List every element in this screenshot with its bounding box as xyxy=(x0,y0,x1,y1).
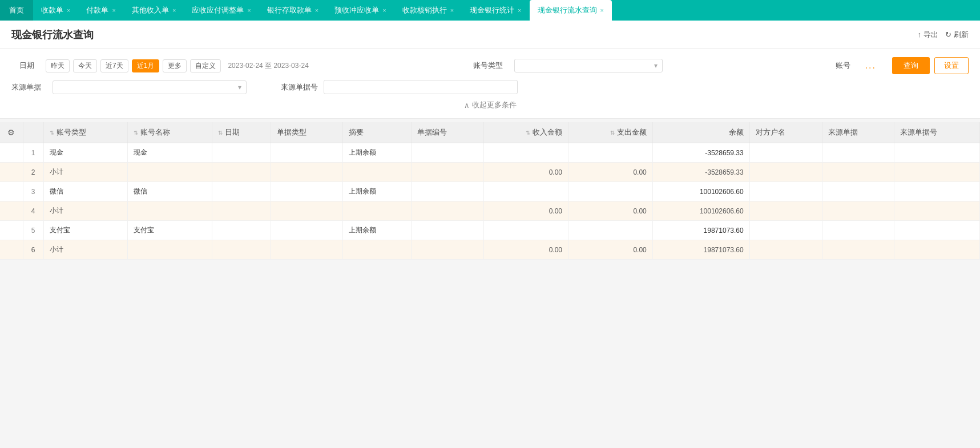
close-icon[interactable]: × xyxy=(315,7,318,14)
export-icon: ↑ xyxy=(918,30,922,39)
td-source-doc-num xyxy=(894,143,980,163)
td-expense: 0.00 xyxy=(568,163,653,182)
td-account-type: 小计 xyxy=(43,240,128,260)
nav-tab-other-income[interactable]: 其他收入单 × xyxy=(124,0,184,21)
td-doc-type xyxy=(271,143,343,163)
close-icon[interactable]: × xyxy=(450,7,454,14)
chevron-down-icon: ▾ xyxy=(654,62,658,70)
td-income xyxy=(484,221,568,240)
td-summary xyxy=(343,240,412,260)
close-icon[interactable]: × xyxy=(382,7,386,14)
th-account-type[interactable]: ⇅账号类型 xyxy=(43,122,128,143)
close-icon[interactable]: × xyxy=(600,7,604,14)
settings-button[interactable]: 设置 xyxy=(934,57,969,74)
chevron-up-icon: ∧ xyxy=(464,101,470,110)
th-doc-num: 单据编号 xyxy=(412,122,484,143)
td-doc-num xyxy=(412,221,484,240)
td-income xyxy=(484,143,568,163)
td-summary: 上期余额 xyxy=(343,182,412,201)
date-label: 日期 xyxy=(11,60,34,71)
nav-tab-cash-bank-flow[interactable]: 现金银行流水查询 × xyxy=(530,0,612,21)
td-doc-type xyxy=(271,201,343,221)
table-area: ⚙ ⇅账号类型 ⇅账号名称 ⇅日期 单据类型 摘要 单据编号 ⇅收入金额 ⇅支出… xyxy=(0,122,980,260)
nav-tab-bank-deposit[interactable]: 银行存取款单 × xyxy=(259,0,326,21)
date-btn-7days[interactable]: 近7天 xyxy=(100,59,128,72)
td-date xyxy=(212,240,271,260)
date-range-display: 2023-02-24 至 2023-03-24 xyxy=(228,61,308,71)
td-doc-type xyxy=(271,240,343,260)
td-source-doc-num xyxy=(894,201,980,221)
td-settings xyxy=(0,163,23,182)
date-btn-yesterday[interactable]: 昨天 xyxy=(46,59,70,72)
td-index: 4 xyxy=(23,201,43,221)
source-doc-num-input[interactable] xyxy=(324,80,518,94)
date-btn-1month[interactable]: 近1月 xyxy=(132,59,160,72)
td-doc-type xyxy=(271,221,343,240)
td-income: 0.00 xyxy=(484,240,568,260)
td-index: 3 xyxy=(23,182,43,201)
source-doc-select[interactable]: ▾ xyxy=(53,80,247,94)
td-settings xyxy=(0,221,23,240)
td-summary: 上期余额 xyxy=(343,221,412,240)
close-icon[interactable]: × xyxy=(247,7,251,14)
th-balance: 余额 xyxy=(652,122,749,143)
account-type-select[interactable]: ▾ xyxy=(514,59,663,72)
export-button[interactable]: ↑ 导出 xyxy=(918,30,939,40)
close-icon[interactable]: × xyxy=(67,7,70,14)
td-source-doc-num xyxy=(894,163,980,182)
nav-tab-prepaid-offset[interactable]: 预收冲应收单 × xyxy=(326,0,394,21)
th-settings[interactable]: ⚙ xyxy=(0,122,23,143)
more-dots[interactable]: ... xyxy=(865,60,876,71)
close-icon[interactable]: × xyxy=(112,7,115,14)
td-doc-num xyxy=(412,163,484,182)
nav-tab-cash-bank-stats[interactable]: 现金银行统计 × xyxy=(462,0,529,21)
table-row: 5支付宝支付宝上期余额19871073.60 xyxy=(0,221,980,240)
th-income[interactable]: ⇅收入金额 xyxy=(484,122,568,143)
th-date[interactable]: ⇅日期 xyxy=(212,122,271,143)
refresh-button[interactable]: ↻ 刷新 xyxy=(945,30,969,40)
nav-tab-ar-ap-adjust[interactable]: 应收应付调整单 × xyxy=(184,0,259,21)
nav-home[interactable]: 首页 xyxy=(0,0,33,21)
data-table: ⚙ ⇅账号类型 ⇅账号名称 ⇅日期 单据类型 摘要 单据编号 ⇅收入金额 ⇅支出… xyxy=(0,122,980,260)
date-btn-custom[interactable]: 自定义 xyxy=(190,59,221,72)
td-source-doc xyxy=(822,182,894,201)
td-expense xyxy=(568,143,653,163)
nav-tab-payments[interactable]: 付款单 × xyxy=(78,0,123,21)
collapse-row: ∧ 收起更多条件 xyxy=(11,100,969,110)
th-index xyxy=(23,122,43,143)
table-row: 3微信微信上期余额100102606.60 xyxy=(0,182,980,201)
td-summary: 上期余额 xyxy=(343,143,412,163)
td-settings xyxy=(0,182,23,201)
td-counterpart xyxy=(749,240,822,260)
table-row: 6小计0.000.0019871073.60 xyxy=(0,240,980,260)
td-account-name xyxy=(128,163,212,182)
filter-row-source: 来源单据 ▾ 来源单据号 xyxy=(11,80,969,94)
td-account-name: 微信 xyxy=(128,182,212,201)
td-balance: -3528659.33 xyxy=(652,163,749,182)
date-btn-today[interactable]: 今天 xyxy=(73,59,97,72)
date-btn-more[interactable]: 更多 xyxy=(163,59,187,72)
nav-tab-collection-exec[interactable]: 收款核销执行 × xyxy=(394,0,462,21)
table-row: 1现金现金上期余额-3528659.33 xyxy=(0,143,980,163)
td-doc-num xyxy=(412,240,484,260)
td-balance: -3528659.33 xyxy=(652,143,749,163)
account-label: 账号 xyxy=(828,60,850,71)
th-account-name[interactable]: ⇅账号名称 xyxy=(128,122,212,143)
td-index: 1 xyxy=(23,143,43,163)
collapse-button[interactable]: ∧ 收起更多条件 xyxy=(464,100,517,110)
date-options: 昨天 今天 近7天 近1月 更多 自定义 2023-02-24 至 2023-0… xyxy=(46,59,309,72)
query-button[interactable]: 查询 xyxy=(892,57,930,74)
gear-icon[interactable]: ⚙ xyxy=(7,128,15,137)
td-account-type: 现金 xyxy=(43,143,128,163)
td-doc-num xyxy=(412,143,484,163)
td-settings xyxy=(0,201,23,221)
table-row: 2小计0.000.00-3528659.33 xyxy=(0,163,980,182)
page-title: 现金银行流水查询 xyxy=(11,28,94,42)
account-type-label: 账号类型 xyxy=(473,60,503,71)
th-expense[interactable]: ⇅支出金额 xyxy=(568,122,653,143)
close-icon[interactable]: × xyxy=(518,7,521,14)
nav-tab-receipts[interactable]: 收款单 × xyxy=(33,0,78,21)
close-icon[interactable]: × xyxy=(172,7,176,14)
td-expense xyxy=(568,221,653,240)
td-source-doc xyxy=(822,201,894,221)
